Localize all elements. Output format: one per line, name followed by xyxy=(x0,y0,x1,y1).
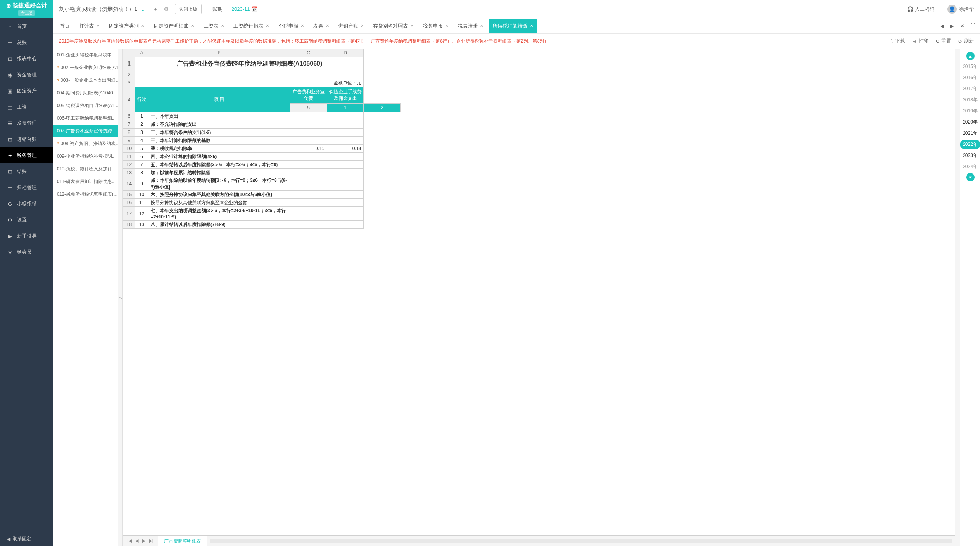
close-icon[interactable]: ✕ xyxy=(191,23,194,28)
year-item[interactable]: 2016年 xyxy=(960,73,980,82)
year-item[interactable]: 2024年 xyxy=(960,162,980,172)
add-icon[interactable]: ＋ xyxy=(153,6,158,13)
cell[interactable] xyxy=(327,169,364,177)
cell[interactable] xyxy=(290,221,327,229)
form-list-item[interactable]: 001-企业所得税年度纳税申... xyxy=(53,49,118,61)
close-icon[interactable]: ✕ xyxy=(96,23,100,28)
tab[interactable]: 固定资产明细账✕ xyxy=(150,19,198,33)
sidebar-item[interactable]: ⌂首页 xyxy=(0,18,53,35)
sidebar-item[interactable]: ⊞结账 xyxy=(0,163,53,180)
tab[interactable]: 固定资产类别✕ xyxy=(105,19,148,33)
form-list-item[interactable]: 005-纳税调整项目明细表(A1... xyxy=(53,99,118,112)
close-all-tabs-icon[interactable]: ✕ xyxy=(959,21,966,30)
year-up-icon[interactable]: ▲ xyxy=(966,52,975,60)
sheet-tab[interactable]: 广宣费调整明细表 xyxy=(158,536,207,546)
support-link[interactable]: 🎧 人工咨询 xyxy=(907,6,935,13)
tab-scroll-right-icon[interactable]: ▶ xyxy=(949,21,955,30)
year-item[interactable]: 2021年 xyxy=(960,129,980,138)
form-list-item[interactable]: 009-企业所得税弥补亏损明... xyxy=(53,150,118,163)
sidebar-item[interactable]: ▣固定资产 xyxy=(0,83,53,99)
reset-button[interactable]: ↻ 重置 xyxy=(936,38,951,45)
sidebar-item[interactable]: ◉资金管理 xyxy=(0,67,53,83)
cell[interactable]: 0.15 xyxy=(290,145,327,153)
form-list-item[interactable]: 007-广告费和业务宣传费跨... xyxy=(53,125,118,137)
form-list-item[interactable]: 011-研发费用加计扣除优惠... xyxy=(53,175,118,188)
tab[interactable]: 所得税汇算清缴✕ xyxy=(489,19,537,33)
tab[interactable]: 税表清册✕ xyxy=(454,19,487,33)
form-list-item[interactable]: 004-期间费用明细表(A1040... xyxy=(53,87,118,99)
year-item[interactable]: 2017年 xyxy=(960,84,980,94)
cell[interactable] xyxy=(290,207,327,221)
cell[interactable] xyxy=(290,177,327,191)
sheet-first-icon[interactable]: |◀ xyxy=(126,538,133,544)
period-picker[interactable]: 2023-11 📅 xyxy=(232,6,257,12)
sidebar-item[interactable]: ⊞报表中心 xyxy=(0,51,53,67)
tab[interactable]: 进销台账✕ xyxy=(334,19,368,33)
sidebar-item[interactable]: ✦税务管理 xyxy=(0,147,53,163)
sheet-prev-icon[interactable]: ◀ xyxy=(134,538,140,544)
year-item[interactable]: 2020年 xyxy=(960,117,980,127)
tab[interactable]: 首页 xyxy=(56,19,74,33)
close-icon[interactable]: ✕ xyxy=(301,23,304,28)
cell[interactable] xyxy=(290,191,327,199)
year-down-icon[interactable]: ▼ xyxy=(966,173,975,181)
tab-scroll-left-icon[interactable]: ◀ xyxy=(939,21,945,30)
user-menu[interactable]: 👤 徐泽华 xyxy=(941,5,974,14)
close-icon[interactable]: ✕ xyxy=(445,23,449,28)
cell[interactable] xyxy=(327,221,364,229)
sidebar-item[interactable]: G小畅报销 xyxy=(0,196,53,212)
fullscreen-icon[interactable]: ⛶ xyxy=(969,21,977,30)
sidebar-item[interactable]: ▤工资 xyxy=(0,99,53,115)
form-list-item[interactable]: ?003-一般企业成本支出明细... xyxy=(53,74,118,87)
close-icon[interactable]: ✕ xyxy=(221,23,224,28)
year-item[interactable]: 2023年 xyxy=(960,151,980,160)
sheet-next-icon[interactable]: ▶ xyxy=(141,538,147,544)
sidebar-item[interactable]: ▶新手引导 xyxy=(0,228,53,244)
cell[interactable] xyxy=(290,169,327,177)
tab[interactable]: 打计表✕ xyxy=(75,19,104,33)
sheet-last-icon[interactable]: ▶| xyxy=(148,538,155,544)
cell[interactable] xyxy=(327,199,364,207)
close-icon[interactable]: ✕ xyxy=(326,23,329,28)
tab[interactable]: 存货别名对照表✕ xyxy=(369,19,418,33)
close-icon[interactable]: ✕ xyxy=(410,23,414,28)
tab[interactable]: 工资统计报表✕ xyxy=(230,19,273,33)
collapse-handle[interactable]: ‹‹ xyxy=(118,49,123,546)
tab[interactable]: 个税申报✕ xyxy=(275,19,308,33)
horizontal-scrollbar[interactable] xyxy=(210,539,952,543)
cell[interactable] xyxy=(290,129,327,137)
sidebar-item[interactable]: V畅会员 xyxy=(0,244,53,260)
close-icon[interactable]: ✕ xyxy=(480,23,483,28)
cell[interactable] xyxy=(327,177,364,191)
form-list-item[interactable]: ?008-资产折旧、摊销及纳税... xyxy=(53,137,118,150)
cell[interactable]: 0.18 xyxy=(327,145,364,153)
cell[interactable] xyxy=(290,112,327,120)
cell[interactable] xyxy=(327,137,364,145)
close-icon[interactable]: ✕ xyxy=(141,23,145,28)
cell[interactable] xyxy=(290,161,327,169)
form-list-item[interactable]: 010-免税、减计收入及加计... xyxy=(53,163,118,175)
sidebar-item[interactable]: ▭归档管理 xyxy=(0,180,53,196)
cell[interactable] xyxy=(327,129,364,137)
sidebar-item[interactable]: ☰发票管理 xyxy=(0,115,53,131)
cell[interactable] xyxy=(327,207,364,221)
settings-icon[interactable]: ⚙ xyxy=(164,6,169,12)
year-item[interactable]: 2022年 xyxy=(960,140,980,149)
cell[interactable] xyxy=(327,161,364,169)
sidebar-item[interactable]: ⊡进销台账 xyxy=(0,131,53,147)
cell[interactable] xyxy=(327,112,364,120)
vertical-scrollbar[interactable] xyxy=(955,49,960,546)
year-item[interactable]: 2019年 xyxy=(960,106,980,116)
chevron-down-icon[interactable]: ⌄ xyxy=(140,5,145,13)
download-button[interactable]: ⇩ 下载 xyxy=(890,38,905,45)
cell[interactable] xyxy=(327,120,364,129)
tab[interactable]: 工资表✕ xyxy=(200,19,228,33)
close-icon[interactable]: ✕ xyxy=(360,23,364,28)
account-selector[interactable]: 刘小艳演示账套（勿删勿动！）1 xyxy=(59,6,137,13)
close-icon[interactable]: ✕ xyxy=(266,23,269,28)
cell[interactable] xyxy=(327,191,364,199)
tab[interactable]: 发票✕ xyxy=(309,19,333,33)
cell[interactable] xyxy=(290,199,327,207)
cell[interactable] xyxy=(327,153,364,161)
tab[interactable]: 税务申报✕ xyxy=(419,19,452,33)
